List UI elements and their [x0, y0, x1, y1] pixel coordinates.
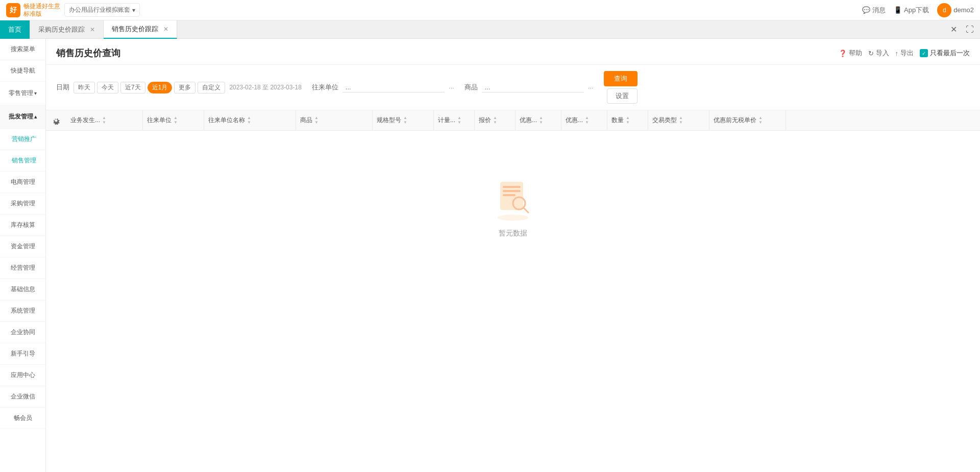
- logo-icon: 好: [6, 3, 20, 17]
- sidebar-item-shortcut[interactable]: 快捷导航: [0, 60, 45, 82]
- tab-sales-history[interactable]: 销售历史价跟踪 ✕: [104, 20, 177, 39]
- svg-point-0: [498, 215, 528, 221]
- filter-area: 日期 昨天 今天 近7天 近1月 更多 自定义 2023-02-18 至 202…: [46, 65, 980, 110]
- th-unit[interactable]: 计量... ▲ ▼: [434, 110, 475, 130]
- date-btn-custom[interactable]: 自定义: [198, 82, 225, 93]
- last-only-checkbox[interactable]: ✓: [920, 49, 928, 57]
- sidebar-item-operations[interactable]: 经营管理: [0, 257, 45, 279]
- svg-line-6: [524, 208, 528, 213]
- sort-arrows-discount2: ▲ ▼: [585, 116, 589, 125]
- date-buttons: 昨天 今天 近7天 近1月 更多 自定义: [74, 82, 225, 93]
- th-notax-price[interactable]: 优惠前无税单价 ▲ ▼: [709, 110, 786, 130]
- action-buttons: 查询 设置: [604, 71, 638, 104]
- th-discount2[interactable]: 优惠... ▲ ▼: [561, 110, 607, 130]
- sidebar-item-finance[interactable]: 资金管理: [0, 236, 45, 257]
- sidebar-item-search[interactable]: 搜索菜单: [0, 39, 45, 60]
- user-menu[interactable]: d demo2: [937, 3, 974, 17]
- main-layout: 搜索菜单 快捷导航 零售管理 ▾ 批发管理 ▴ 营销推广 销售管理 电商管理 采…: [0, 39, 980, 472]
- product-filter: 商品 ···: [464, 82, 594, 92]
- sort-arrows-product: ▲ ▼: [314, 116, 318, 125]
- app-selector[interactable]: 办公用品行业模拟账套 ▾: [64, 3, 140, 17]
- tab-purchase-history[interactable]: 采购历史价跟踪 ✕: [30, 20, 104, 39]
- date-filter: 日期 昨天 今天 近7天 近1月 更多 自定义 2023-02-18 至 202…: [56, 82, 302, 93]
- empty-icon: [487, 172, 538, 223]
- date-btn-yesterday[interactable]: 昨天: [74, 82, 95, 93]
- partner-dots: ···: [449, 84, 454, 91]
- th-qty[interactable]: 数量 ▲ ▼: [607, 110, 648, 130]
- sidebar-item-system[interactable]: 系统管理: [0, 300, 45, 322]
- top-bar-left: 好 畅捷通好生意 标准版 办公用品行业模拟账套 ▾: [6, 3, 140, 17]
- sidebar-item-sales-mgmt[interactable]: 销售管理: [0, 150, 45, 172]
- chevron-up-icon: ▴: [34, 114, 37, 120]
- partner-label: 往来单位: [312, 83, 338, 92]
- sidebar-item-enterprise-wechat[interactable]: 企业微信: [0, 386, 45, 408]
- date-btn-today[interactable]: 今天: [97, 82, 118, 93]
- sort-arrows-partner-code: ▲ ▼: [174, 116, 178, 125]
- svg-rect-4: [503, 194, 516, 196]
- sidebar-item-basic-info[interactable]: 基础信息: [0, 279, 45, 300]
- th-spec[interactable]: 规格型号 ▲ ▼: [373, 110, 434, 130]
- empty-text: 暂元数据: [499, 229, 527, 238]
- th-partner-name[interactable]: 往来单位名称 ▲ ▼: [204, 110, 296, 130]
- tab-bar: 首页 采购历史价跟踪 ✕ 销售历史价跟踪 ✕ ✕ ⛶: [0, 20, 980, 39]
- page-header-actions: ❓ 帮助 ↻ 导入 ↑ 导出 ✓ 只看最后一次: [839, 49, 970, 58]
- th-partner-code[interactable]: 往来单位 ▲ ▼: [143, 110, 204, 130]
- partner-input[interactable]: [342, 82, 445, 92]
- sidebar-item-app-center[interactable]: 应用中心: [0, 365, 45, 386]
- tab-purchase-close-icon[interactable]: ✕: [90, 26, 95, 33]
- logo-text: 畅捷通好生意 标准版: [23, 3, 60, 17]
- sort-arrows-notax-price: ▲ ▼: [758, 116, 763, 125]
- th-trade-type[interactable]: 交易类型 ▲ ▼: [648, 110, 709, 130]
- product-input[interactable]: [482, 82, 584, 92]
- th-discount1[interactable]: 优惠... ▲ ▼: [516, 110, 561, 130]
- message-btn[interactable]: 💬 消息: [862, 6, 886, 15]
- logo-area: 好 畅捷通好生意 标准版: [6, 3, 60, 17]
- page-title: 销售历史价查询: [56, 47, 120, 59]
- sort-arrows-price: ▲ ▼: [493, 116, 497, 125]
- tab-close-all-btn[interactable]: ✕: [947, 23, 960, 36]
- sidebar-item-marketing[interactable]: 营销推广: [0, 129, 45, 150]
- import-btn[interactable]: ↻ 导入: [868, 49, 889, 58]
- settings-btn[interactable]: 设置: [607, 88, 638, 104]
- sort-arrows-unit: ▲ ▼: [457, 116, 461, 125]
- date-btn-more[interactable]: 更多: [174, 82, 195, 93]
- help-btn[interactable]: ❓ 帮助: [839, 49, 862, 58]
- sidebar-item-beginner[interactable]: 新手引导: [0, 343, 45, 365]
- sidebar-item-ecommerce[interactable]: 电商管理: [0, 172, 45, 193]
- sidebar: 搜索菜单 快捷导航 零售管理 ▾ 批发管理 ▴ 营销推广 销售管理 电商管理 采…: [0, 39, 46, 472]
- date-btn-last7[interactable]: 近7天: [120, 82, 145, 93]
- page-content: 销售历史价查询 ❓ 帮助 ↻ 导入 ↑ 导出 ✓: [46, 39, 980, 472]
- sidebar-item-enterprise[interactable]: 企业协同: [0, 322, 45, 343]
- tab-maximize-btn[interactable]: ⛶: [964, 23, 976, 36]
- tab-sales-close-icon[interactable]: ✕: [163, 26, 168, 33]
- top-bar-right: 💬 消息 📱 App下载 d demo2: [862, 3, 974, 17]
- chevron-down-icon: ▾: [34, 90, 37, 96]
- gear-icon: [52, 116, 60, 125]
- download-icon: 📱: [894, 6, 902, 14]
- chevron-down-icon: ▾: [132, 7, 135, 14]
- sort-arrows-trade-type: ▲ ▼: [679, 116, 683, 125]
- th-business[interactable]: 业务发生... ▲ ▼: [66, 110, 143, 130]
- sort-arrows-spec: ▲ ▼: [403, 116, 407, 125]
- table-settings-btn[interactable]: [46, 116, 66, 125]
- date-btn-last1month[interactable]: 近1月: [148, 82, 173, 93]
- query-btn[interactable]: 查询: [604, 71, 638, 86]
- date-range-display: 2023-02-18 至 2023-03-18: [229, 83, 301, 92]
- app-download-btn[interactable]: 📱 App下载: [894, 6, 929, 15]
- last-only-checkbox-label[interactable]: ✓ 只看最后一次: [920, 49, 970, 58]
- sidebar-item-retail[interactable]: 零售管理 ▾: [0, 82, 45, 105]
- sidebar-item-vip[interactable]: 畅会员: [0, 408, 45, 429]
- sidebar-item-wholesale[interactable]: 批发管理 ▴: [0, 105, 45, 129]
- tab-bar-actions: ✕ ⛶: [947, 23, 980, 36]
- th-product[interactable]: 商品 ▲ ▼: [296, 110, 373, 130]
- sort-arrows-qty: ▲ ▼: [626, 116, 630, 125]
- date-label: 日期: [56, 83, 69, 92]
- sidebar-item-inventory[interactable]: 库存核算: [0, 215, 45, 236]
- th-price[interactable]: 报价 ▲ ▼: [475, 110, 516, 130]
- export-btn[interactable]: ↑ 导出: [895, 49, 914, 58]
- import-icon: ↻: [868, 50, 874, 57]
- sidebar-item-purchase[interactable]: 采购管理: [0, 193, 45, 215]
- filter-row: 日期 昨天 今天 近7天 近1月 更多 自定义 2023-02-18 至 202…: [56, 71, 970, 104]
- tab-home[interactable]: 首页: [0, 20, 30, 39]
- export-icon: ↑: [895, 50, 899, 57]
